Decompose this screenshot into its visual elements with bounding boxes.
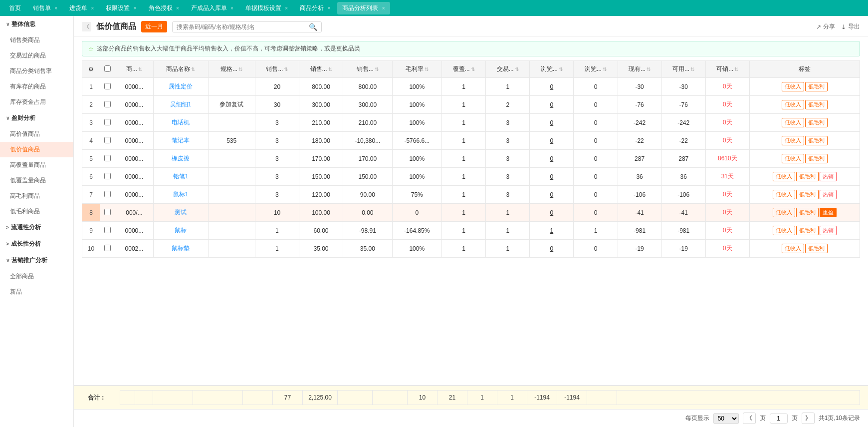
nav-close-goods-analysis[interactable]: ×: [327, 5, 330, 11]
row-checkbox[interactable]: [104, 137, 111, 143]
sidebar-item-high-margin[interactable]: 高毛利商品: [0, 188, 73, 204]
nav-close-role[interactable]: ×: [176, 5, 179, 11]
view1-link[interactable]: 0: [550, 173, 554, 180]
sidebar-section-overall[interactable]: ∨ 整体信息: [0, 16, 73, 32]
view1-link[interactable]: 0: [550, 137, 554, 144]
filter-btn[interactable]: 近一月: [141, 21, 167, 32]
cell-name[interactable]: 测试: [153, 204, 208, 222]
nav-close-template[interactable]: ×: [285, 5, 288, 11]
cell-name[interactable]: 电话机: [153, 114, 208, 132]
cell-check[interactable]: [100, 78, 115, 96]
view1-link[interactable]: 0: [550, 191, 554, 198]
cell-view1[interactable]: 0: [530, 114, 574, 132]
row-checkbox[interactable]: [104, 227, 111, 233]
view1-link[interactable]: 0: [550, 245, 554, 252]
cell-check[interactable]: [100, 132, 115, 150]
cell-name[interactable]: 鼠标: [153, 222, 208, 240]
nav-close-purchase[interactable]: ×: [91, 5, 94, 11]
cell-name[interactable]: 属性定价: [153, 78, 208, 96]
search-input[interactable]: [177, 23, 306, 30]
row-checkbox[interactable]: [104, 191, 111, 197]
cell-check[interactable]: [100, 186, 115, 204]
cell-name[interactable]: 橡皮擦: [153, 150, 208, 168]
page-size-select[interactable]: 50 100 200: [713, 413, 739, 424]
row-checkbox[interactable]: [104, 101, 111, 107]
row-checkbox[interactable]: [104, 155, 111, 161]
sidebar-collapse-btn[interactable]: 《: [82, 22, 91, 31]
view1-link[interactable]: 0: [550, 83, 554, 90]
cell-view1[interactable]: 0: [530, 204, 574, 222]
nav-close-permission[interactable]: ×: [134, 5, 137, 11]
sidebar-item-low-value[interactable]: 低价值商品: [0, 142, 73, 157]
sidebar-section-growth[interactable]: > 成长性分析: [0, 236, 73, 252]
row-checkbox[interactable]: [104, 83, 111, 89]
view1-link[interactable]: 0: [550, 101, 554, 108]
cell-view1[interactable]: 0: [530, 78, 574, 96]
select-all-checkbox[interactable]: [104, 65, 111, 72]
cell-view1[interactable]: 1: [530, 222, 574, 240]
view1-link[interactable]: 0: [550, 119, 554, 126]
row-checkbox[interactable]: [104, 119, 111, 125]
cell-view1[interactable]: 0: [530, 96, 574, 114]
sidebar-item-new-goods[interactable]: 新品: [0, 284, 73, 300]
sidebar-item-stock-capital[interactable]: 库存资金占用: [0, 94, 73, 110]
first-page-btn[interactable]: 《: [743, 413, 756, 424]
nav-product-in[interactable]: 产成品入库单 ×: [186, 2, 238, 14]
nav-permission[interactable]: 权限设置 ×: [101, 2, 141, 14]
settings-icon[interactable]: ⚙: [88, 66, 94, 73]
cell-view1[interactable]: 0: [530, 168, 574, 186]
cell-code: 0000...: [115, 222, 154, 240]
cell-check[interactable]: [100, 168, 115, 186]
page-input[interactable]: [770, 414, 788, 424]
nav-close-goods-list[interactable]: ×: [382, 5, 385, 11]
sidebar-item-traded-goods[interactable]: 交易过的商品: [0, 48, 73, 63]
sidebar-item-stocked-goods[interactable]: 有库存的商品: [0, 79, 73, 94]
view1-link[interactable]: 1: [550, 227, 554, 234]
cell-view1[interactable]: 0: [530, 186, 574, 204]
nav-goods-list[interactable]: 商品分析列表 ×: [337, 2, 390, 14]
cell-check[interactable]: [100, 204, 115, 222]
cell-view1[interactable]: 0: [530, 132, 574, 150]
view1-link[interactable]: 0: [550, 209, 554, 216]
sidebar-item-high-value[interactable]: 高价值商品: [0, 126, 73, 142]
col-check[interactable]: [100, 61, 115, 78]
cell-check[interactable]: [100, 222, 115, 240]
sidebar-section-profit[interactable]: ∨ 盈财分析: [0, 110, 73, 126]
sidebar-item-low-coverage[interactable]: 低覆盖量商品: [0, 173, 73, 188]
nav-template[interactable]: 单据模板设置 ×: [240, 2, 293, 14]
export-btn[interactable]: ⤓ 导出: [841, 22, 860, 31]
col-settings[interactable]: ⚙: [82, 61, 100, 78]
nav-home[interactable]: 首页: [4, 2, 26, 14]
search-icon[interactable]: 🔍: [309, 23, 317, 31]
next-page-btn[interactable]: 》: [802, 413, 815, 424]
cell-check[interactable]: [100, 150, 115, 168]
nav-close-product[interactable]: ×: [230, 5, 233, 11]
share-btn[interactable]: ↗ 分享: [816, 22, 835, 31]
sidebar-item-low-margin[interactable]: 低毛利商品: [0, 204, 73, 219]
nav-purchase[interactable]: 进货单 ×: [64, 2, 99, 14]
cell-name[interactable]: 吴细细1: [153, 96, 208, 114]
cell-view1[interactable]: 0: [530, 240, 574, 258]
nav-goods-analysis[interactable]: 商品分析 ×: [295, 2, 335, 14]
cell-name[interactable]: 鼠标垫: [153, 240, 208, 258]
sidebar-section-circulation[interactable]: > 流通性分析: [0, 219, 73, 236]
sidebar-item-all-goods[interactable]: 全部商品: [0, 269, 73, 284]
cell-check[interactable]: [100, 114, 115, 132]
sidebar-item-high-coverage[interactable]: 高覆盖量商品: [0, 157, 73, 173]
sidebar-item-sales-goods[interactable]: 销售类商品: [0, 32, 73, 48]
cell-check[interactable]: [100, 240, 115, 258]
cell-name[interactable]: 鼠标1: [153, 186, 208, 204]
nav-close-sales[interactable]: ×: [54, 5, 57, 11]
row-checkbox[interactable]: [104, 245, 111, 251]
nav-sales[interactable]: 销售单 ×: [28, 2, 62, 14]
row-checkbox[interactable]: [104, 209, 111, 215]
nav-role[interactable]: 角色授权 ×: [144, 2, 184, 14]
cell-view1[interactable]: 0: [530, 150, 574, 168]
sidebar-section-marketing[interactable]: ∨ 营销推广分析: [0, 252, 73, 269]
cell-check[interactable]: [100, 96, 115, 114]
sidebar-item-category-sales-rate[interactable]: 商品分类销售率: [0, 63, 73, 79]
cell-name[interactable]: 笔记本: [153, 132, 208, 150]
row-checkbox[interactable]: [104, 173, 111, 179]
view1-link[interactable]: 0: [550, 155, 554, 162]
cell-name[interactable]: 铅笔1: [153, 168, 208, 186]
